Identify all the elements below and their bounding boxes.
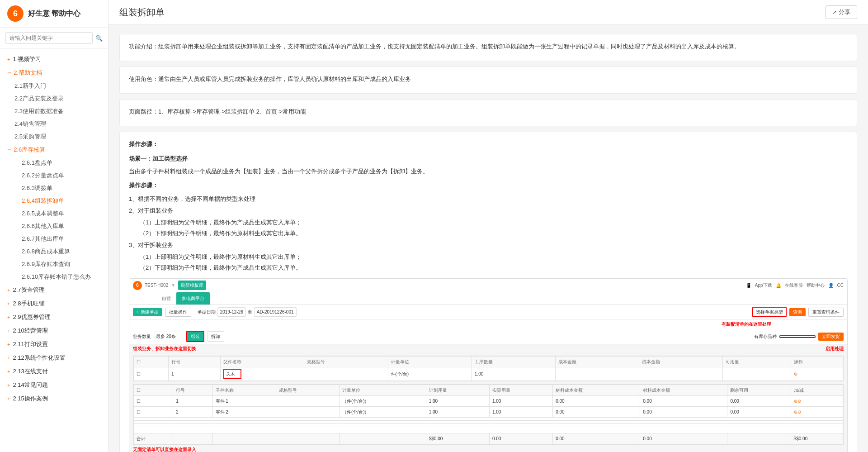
sidebar-item-2-8[interactable]: + 2.8手机旺铺	[0, 297, 108, 310]
sidebar-item-2-10[interactable]: + 2.10经营管理	[0, 324, 108, 338]
mock-c2-row: 2	[173, 407, 212, 418]
mock-annotation-row2: 组装业务、拆卸业务在这里切换 启用处理	[129, 344, 847, 353]
sidebar-item-2-2[interactable]: 2.2产品安装及登录	[0, 92, 108, 105]
mock-cell-check: ☐	[134, 367, 169, 381]
mock-c3-empty	[134, 418, 843, 421]
mock-th-qty: 计量单位	[388, 357, 472, 367]
mock-upper-table: ☐ 行号 父件名称 规格型号 计量单位 工序数量 成本金额 成本金额	[133, 356, 844, 381]
share-button[interactable]: ↗ 分享	[826, 5, 857, 19]
sidebar-item-2-1[interactable]: 2.1新手入门	[0, 80, 108, 92]
sidebar-item-2-6-7[interactable]: 2.6.7其他出库单	[0, 233, 108, 245]
mock-apply-btn[interactable]: 立即发货	[818, 333, 844, 341]
sidebar-item-2-9[interactable]: + 2.9优惠券管理	[0, 310, 108, 324]
screenshot-wrapper: 6 TEST-H002 ▼ 刷新模板库 📱 App下载 🔔 在线客服 帮助中心	[129, 279, 847, 452]
mock-cell-cost1a	[556, 367, 639, 381]
mock-date-to[interactable]: AD-20191226-001	[254, 307, 297, 317]
mock-search-btn[interactable]: 查询	[789, 308, 806, 316]
sidebar-item-2-14[interactable]: + 2.14常见问题	[0, 378, 108, 392]
sidebar-item-2-3[interactable]: 2.3使用前数据准备	[0, 105, 108, 118]
mock-order-type-selector[interactable]: 选择单据类型	[752, 307, 787, 317]
sidebar-item-2-7[interactable]: + 2.7资金管理	[0, 283, 108, 297]
nav-label-2: 2.帮助文档	[14, 69, 42, 77]
mock-th2-plan: 计划用量	[426, 385, 489, 396]
nav-label-2-10: 2.10经营管理	[13, 327, 47, 335]
mock-op-icon-1[interactable]: ⊕	[794, 371, 797, 376]
mock-child-row-2: ☐ 2 零件 2 （件(个/台)） 1.00 1.00 0.00	[134, 407, 843, 418]
annotation-4: 无固定清单可以直接在这里录入	[133, 447, 196, 452]
mock-cell-unit1: 件(个/台)	[388, 367, 472, 381]
nav-label-2-6: 2.6库存核算	[14, 146, 45, 154]
sidebar-item-2-6-6[interactable]: 2.6.6其他入库单	[0, 220, 108, 233]
mock-tab-home: 自营	[156, 292, 176, 305]
mock-child-row-3	[134, 418, 843, 421]
expand-icon-2-7: +	[7, 287, 10, 293]
search-icon[interactable]: 🔍	[95, 35, 103, 42]
sidebar-item-2-6-5[interactable]: 2.6.5成本调整单	[0, 207, 108, 220]
mock-date-filter: 单据日期 2019-12-26 至 AD-20191226-001	[198, 307, 297, 317]
mock-biz-label: 业务数量	[133, 333, 151, 340]
role-card: 使用角色：通常由生产人员或库管人员完成拆装业务的操作，库管人员确认原材料的出库和…	[119, 67, 857, 94]
mock-new-btn[interactable]: + 新建单据	[133, 308, 162, 316]
mock-tabs-row: 自营 多电商平台	[156, 292, 210, 305]
mock-tab-active: 多电商平台	[176, 292, 210, 305]
mock-c2-plan: 1.00	[426, 407, 489, 418]
mock-date-from[interactable]: 2019-12-26	[217, 307, 246, 317]
mock-icon-2: App下载	[755, 281, 772, 289]
mock-c1-op: ⊕⊖	[791, 396, 843, 407]
sidebar-item-2-12[interactable]: + 2.12系统个性化设置	[0, 351, 108, 365]
sidebar-item-2-4[interactable]: 2.4销售管理	[0, 118, 108, 130]
mock-reset-btn[interactable]: 重置查询条件	[808, 308, 844, 317]
mock-child-row-4	[134, 421, 843, 424]
sidebar-item-2-11[interactable]: + 2.11打印设置	[0, 338, 108, 351]
mock-refresh-btn: 刷新模板库	[178, 281, 206, 290]
mock-cell-op1: ⊕	[791, 367, 843, 381]
mock-child-row-6	[134, 427, 843, 430]
sidebar-item-2-5[interactable]: 2.5采购管理	[0, 130, 108, 143]
mock-qyrep-label: 有库存品种	[754, 333, 777, 340]
mock-c2-cost2: 0.00	[640, 407, 727, 418]
mock-zzgroupbtn[interactable]: 组装	[186, 331, 204, 342]
search-input[interactable]	[5, 32, 93, 44]
annotation-1: 有装配清单的在这里处理	[722, 320, 771, 328]
mock-icon-4: 在线客服	[785, 281, 803, 289]
mock-c1-actual: 1.00	[489, 396, 552, 407]
sidebar-item-2-13[interactable]: + 2.13在线支付	[0, 365, 108, 378]
mock-cfbtn[interactable]: 拆卸	[207, 331, 224, 342]
sidebar-item-2-6-8[interactable]: 2.6.8商品成本重算	[0, 245, 108, 258]
annotation-2: 组装业务、拆卸业务在这里切换	[133, 345, 196, 352]
sidebar-item-1[interactable]: + 1.视频学习	[0, 52, 108, 66]
sidebar-header: 6 好生意 帮助中心	[0, 0, 108, 28]
expand-icon-2-11: +	[7, 342, 10, 347]
sidebar-item-2-6-2[interactable]: 2.6.2分量盘点单	[0, 169, 108, 182]
sidebar-item-2-6-10[interactable]: 2.6.10库存账本错了怎么办	[0, 271, 108, 283]
mock-goods-input[interactable]: 关木	[223, 369, 241, 379]
mock-icon-1: 📱	[746, 281, 751, 289]
mock-f-remain	[727, 433, 791, 444]
sidebar-item-2-6[interactable]: − 2.6库存核算	[0, 143, 108, 157]
mock-actions-btn[interactable]: 批量操作	[165, 308, 191, 317]
sidebar-item-2-6-1[interactable]: 2.6.1盘点单	[0, 157, 108, 169]
step-2-sub1: （1）上部明细为父件明细，最终作为产成品生成其它入库单；	[129, 218, 848, 228]
mock-th-row: 行号	[168, 357, 220, 367]
mock-qyrep-input[interactable]	[779, 335, 816, 338]
mock-c-op-icon-1[interactable]: ⊕⊖	[794, 399, 801, 404]
mock-f-check: 合计	[134, 433, 173, 444]
mock-c1-cost2: 0.00	[640, 396, 727, 407]
sidebar-item-2-6-9[interactable]: 2.6.9库存账本查询	[0, 258, 108, 271]
mock-th-cost: 成本金额	[556, 357, 639, 367]
sidebar-item-2[interactable]: − 2.帮助文档	[0, 66, 108, 80]
sidebar-item-2-6-3[interactable]: 2.6.3调拨单	[0, 182, 108, 195]
nav-label-2-9: 2.9优惠券管理	[13, 313, 50, 321]
mock-right-toolbar: 选择单据类型 查询 重置查询条件	[299, 307, 844, 317]
sidebar-item-2-6-4[interactable]: 2.6.4组装拆卸单	[0, 195, 108, 207]
nav-label-2-8: 2.8手机旺铺	[13, 300, 44, 308]
sidebar-item-2-15[interactable]: + 2.15操作案例	[0, 392, 108, 405]
expand-icon-2-15: +	[7, 396, 10, 401]
mock-c1-check: ☐	[134, 396, 173, 407]
mock-app-right: 📱 App下载 🔔 在线客服 帮助中心 👤 CC	[746, 281, 844, 289]
mock-c2-check: ☐	[134, 407, 173, 418]
mock-child-row-5	[134, 424, 843, 427]
mock-parent-header-row: ☐ 行号 父件名称 规格型号 计量单位 工序数量 成本金额 成本金额	[134, 357, 843, 367]
mock-c-op-icon-2[interactable]: ⊕⊖	[794, 409, 801, 414]
mock-c2-goods: 零件 2	[212, 407, 276, 418]
